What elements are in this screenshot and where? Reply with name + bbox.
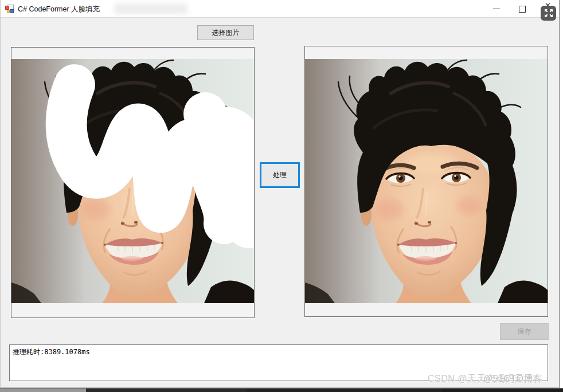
taskbar-strip-segment — [86, 389, 247, 392]
minimize-button[interactable] — [483, 0, 509, 18]
maximize-button[interactable] — [509, 0, 535, 18]
title-blur-censor — [114, 3, 187, 14]
window-title: C# CodeFormer 人脸填充 — [18, 5, 100, 14]
title-bar[interactable]: C# CodeFormer 人脸填充 ✕ — [1, 0, 559, 18]
restored-face-image — [305, 59, 548, 303]
masked-face-image[interactable] — [11, 59, 254, 303]
status-textbox[interactable]: 推理耗时:8389.1078ms — [9, 344, 548, 381]
select-image-button[interactable]: 选择图片 — [197, 25, 254, 40]
maximize-icon — [519, 6, 526, 13]
expand-overlay-badge[interactable] — [541, 6, 556, 21]
taskbar-strip-segment — [247, 389, 441, 392]
taskbar-strip-segment — [0, 389, 86, 392]
screen: C# CodeFormer 人脸填充 ✕ 选择图片 — [0, 0, 563, 392]
minimize-icon — [493, 9, 500, 9]
expand-arrows-icon — [544, 9, 553, 18]
picture-box-masked[interactable] — [11, 47, 255, 318]
taskbar-strip — [0, 388, 563, 392]
save-button[interactable]: 保存 — [500, 323, 549, 340]
process-button[interactable]: 处理 — [260, 162, 300, 188]
taskbar-strip-segment — [441, 389, 563, 392]
winforms-app-icon — [5, 5, 14, 13]
app-window: C# CodeFormer 人脸填充 ✕ 选择图片 — [0, 0, 560, 388]
picture-box-result — [304, 46, 548, 317]
